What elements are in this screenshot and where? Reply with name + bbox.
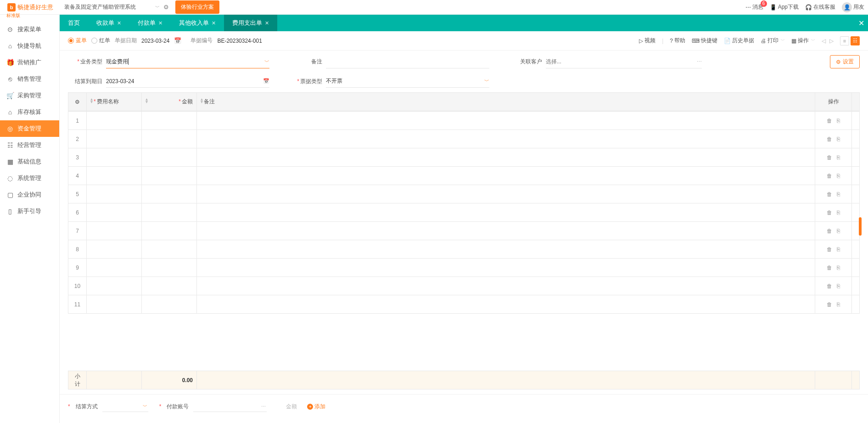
tab[interactable]: 收款单✕ [88,15,129,31]
tab-bar-close-icon[interactable]: ✕ [858,19,864,28]
radio-red[interactable]: 红单 [91,37,110,45]
copy-icon[interactable]: ⎘ [837,228,840,234]
table-row[interactable]: 9 🗑⎘ [68,259,860,277]
cell-name[interactable] [87,222,142,240]
customer-input[interactable]: ⋯ [546,56,702,68]
table-row[interactable]: 4 🗑⎘ [68,167,860,185]
cell-name[interactable] [87,240,142,259]
table-row[interactable]: 10 🗑⎘ [68,277,860,295]
col-amount-header[interactable]: ▴▾*金额 [142,93,197,111]
chevron-down-icon[interactable]: ﹀ [264,58,269,65]
copy-icon[interactable]: ⎘ [837,283,840,289]
scroll-thumb[interactable] [859,217,862,236]
sidebar-item[interactable]: ◌系统管理 [0,170,59,186]
sidebar-item[interactable]: ⊙搜索菜单 [0,21,59,38]
chevron-down-icon[interactable]: ﹀ [484,78,489,85]
cell-name[interactable] [87,277,142,295]
cell-name[interactable] [87,167,142,185]
view-toggle-detail[interactable]: ☷ [851,36,860,45]
system-selector[interactable]: 装备及固定资产辅助管理系统 ﹀ [64,3,160,11]
cell-remark[interactable] [197,130,815,148]
cell-remark[interactable] [197,240,815,259]
copy-icon[interactable]: ⎘ [837,265,840,271]
sidebar-item[interactable]: ▯新手引导 [0,203,59,220]
table-row[interactable]: 8 🗑⎘ [68,240,860,259]
delete-icon[interactable]: 🗑 [827,191,832,197]
close-icon[interactable]: ✕ [212,20,216,26]
sidebar-item[interactable]: ▦基础信息 [0,153,59,170]
doc-date-value[interactable]: 2023-03-24 [141,38,169,44]
biz-type-input[interactable]: 现金费用 ﹀ [106,56,269,68]
sort-icon[interactable]: ▴▾ [90,98,93,103]
delete-icon[interactable]: 🗑 [827,301,832,308]
app-download-link[interactable]: 📱 App下载 [770,3,799,11]
table-body-scroll[interactable]: 1 🗑⎘ 2 🗑⎘ 3 🗑⎘ 4 🗑⎘ 5 🗑⎘ 6 🗑⎘ [68,111,860,371]
delete-icon[interactable]: 🗑 [827,283,832,289]
remark-input[interactable] [326,56,489,68]
cell-name[interactable] [87,203,142,222]
help-button[interactable]: ?帮助 [670,37,685,45]
view-toggle-compact[interactable]: ≡ [840,36,849,45]
radio-blue[interactable]: 蓝单 [68,37,87,45]
video-button[interactable]: ▷视频 [639,37,655,45]
calendar-icon[interactable]: 📅 [263,78,269,84]
delete-icon[interactable]: 🗑 [827,173,832,179]
cell-remark[interactable] [197,295,815,314]
table-row[interactable]: 1 🗑⎘ [68,112,860,130]
prev-icon[interactable]: ◁ [822,38,826,44]
table-row[interactable]: 11 🗑⎘ [68,295,860,314]
cell-name[interactable] [87,112,142,130]
sidebar-item[interactable]: 🛒采购管理 [0,87,59,104]
cell-remark[interactable] [197,277,815,295]
close-icon[interactable]: ✕ [158,20,162,26]
delete-icon[interactable]: 🗑 [827,246,832,253]
tab[interactable]: 付款单✕ [129,15,171,31]
delete-icon[interactable]: 🗑 [827,209,832,216]
sidebar-item[interactable]: ⌂库存核算 [0,104,59,120]
print-button[interactable]: 🖨打印﹀ [761,37,785,45]
shortcut-button[interactable]: ⌨快捷键 [692,37,717,45]
copy-icon[interactable]: ⎘ [837,246,840,253]
user-menu[interactable]: 👤 用友 [842,2,864,12]
col-name-header[interactable]: ▴▾*费用名称 [87,93,142,111]
sidebar-item[interactable]: ◎资金管理 [0,120,59,137]
close-icon[interactable]: ✕ [117,20,121,26]
cell-name[interactable] [87,295,142,314]
cell-remark[interactable] [197,112,815,130]
cell-amount[interactable] [142,222,197,240]
tab[interactable]: 首页 [60,15,88,31]
copy-icon[interactable]: ⎘ [837,136,840,142]
invoice-type-input[interactable]: 不开票 ﹀ [326,75,489,88]
copy-icon[interactable]: ⎘ [837,118,840,124]
gear-icon[interactable]: ⚙ [163,4,169,11]
calendar-icon[interactable]: 📅 [174,37,181,44]
copy-icon[interactable]: ⎘ [837,209,840,216]
cell-amount[interactable] [142,259,197,277]
sidebar-item[interactable]: ☷经营管理 [0,137,59,153]
table-row[interactable]: 7 🗑⎘ [68,222,860,240]
next-icon[interactable]: ▷ [829,38,834,44]
cell-amount[interactable] [142,277,197,295]
cell-name[interactable] [87,130,142,148]
cell-remark[interactable] [197,148,815,167]
copy-icon[interactable]: ⎘ [837,301,840,308]
tab[interactable]: 其他收入单✕ [171,15,224,31]
cell-name[interactable] [87,259,142,277]
experience-button[interactable]: 体验行业方案 [175,0,219,14]
tab[interactable]: 费用支出单✕ [224,15,277,31]
delete-icon[interactable]: 🗑 [827,265,832,271]
sort-icon[interactable]: ▴▾ [146,98,148,103]
cell-amount[interactable] [142,167,197,185]
col-settings[interactable]: ⚙ [68,93,87,111]
cell-remark[interactable] [197,167,815,185]
cell-name[interactable] [87,185,142,203]
settle-method-select[interactable]: ﹀ [102,401,148,412]
history-button[interactable]: 📄历史单据 [724,37,754,45]
online-service-link[interactable]: 🎧 在线客服 [805,3,835,11]
delete-icon[interactable]: 🗑 [827,118,832,124]
copy-icon[interactable]: ⎘ [837,173,840,179]
settle-due-input[interactable]: 2023-03-24 📅 [106,75,269,88]
cell-remark[interactable] [197,222,815,240]
cell-amount[interactable] [142,130,197,148]
cell-amount[interactable] [142,240,197,259]
